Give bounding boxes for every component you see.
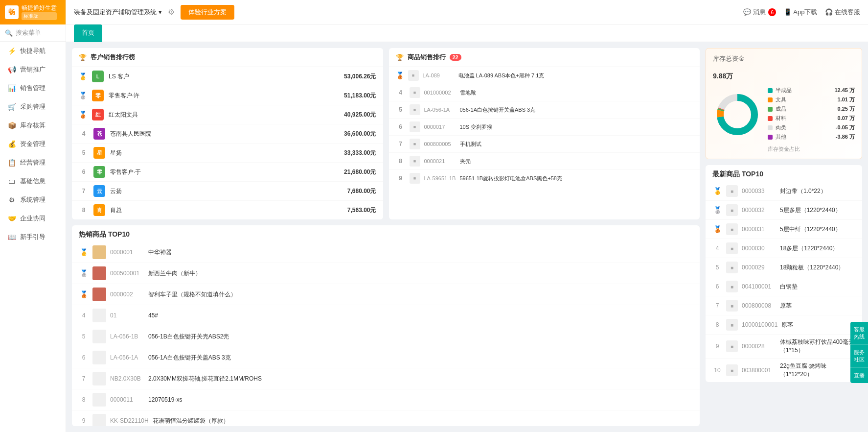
product-sales-title: 商品销售排行 [408,53,446,62]
sales-count-badge: 22 [450,54,461,61]
list-item: 5 ■ 0000029 18颗粒板（1220*2440） [706,258,862,277]
product-name: 5层中纤（1220*2440） [780,225,855,234]
rank-medal [712,206,722,214]
rank-number: 5 [79,333,89,340]
customer-value: 36,600.00元 [344,130,376,138]
rank-number: 5 [712,264,722,271]
sidebar-item-marketing[interactable]: 📢 营销推广 [0,60,66,79]
rank-medal [79,290,89,298]
finance-icon: 💰 [7,140,16,148]
customer-value: 33,333.00元 [344,149,376,157]
sidebar-item-quick[interactable]: ⚡ 快捷导航 [0,42,66,60]
sidebar-item-collab[interactable]: 🤝 企业协同 [0,209,66,228]
product-code: 0000011 [110,396,144,403]
product-thumbnail [92,309,106,322]
app-download[interactable]: 📱 App下载 [784,8,817,17]
search-icon: 🔍 [5,29,13,37]
legend-label: 材料 [776,115,827,122]
phone-icon: 📱 [784,8,792,16]
list-item: ■ 0000031 5层中纤（1220*2440） [706,220,862,239]
sidebar-item-system[interactable]: ⚙ 系统管理 [0,191,66,209]
nav-tabs: 首页 [66,24,868,42]
sidebar-item-sales[interactable]: 📊 销售管理 [0,79,66,97]
list-item: ■ 0000032 5层多层（1220*2440） [706,201,862,220]
float-buttons: 客服热线 服务社区 直播 [850,322,868,383]
product-code: 000500001 [110,270,144,277]
donut-chart [713,90,762,139]
product-img: ■ [410,104,420,115]
product-code: LA-056-1B [110,333,144,340]
settings-icon[interactable]: ⚙ [168,7,175,17]
table-row: 5 ■ LA-056-1A 056-1A白色按键开关盖ABS 3克 [389,101,700,119]
rank-number: 6 [79,168,89,175]
product-thumbnail [92,245,106,259]
product-sales-header: 🏆 商品销售排行 22 [389,48,700,67]
sidebar-item-inventory[interactable]: 📦 库存核算 [0,116,66,135]
newest-products-table: ■ 0000033 封边带（1.0*22） ■ 0000032 5层多层（122… [706,182,862,382]
float-btn-community[interactable]: 服务社区 [850,345,868,368]
message-icon: 💬 [743,8,751,16]
product-code: 0000021 [424,158,456,164]
message-label: 消息 [753,8,766,16]
trial-btn[interactable]: 体验行业方案 [181,5,234,20]
online-service[interactable]: 🎧 在线客服 [825,8,860,17]
rank-number: 8 [396,158,406,165]
sidebar-item-purchase[interactable]: 🛒 采购管理 [0,97,66,116]
app-label: App下载 [793,8,817,16]
main-wrap: 装备及固定资产辅助管理系统 ▾ ⚙ 体验行业方案 💬 消息 6 📱 App下载 … [66,0,868,432]
product-name: 体槭荔枝味苏打饮品400毫升（1*15） [780,338,855,355]
customer-rank-table: L LS 客户 53,006.26元 零 零售客户·许 51,183.00元 [72,67,383,219]
product-code: 0000002 [110,291,144,298]
product-img: ■ [726,364,738,376]
tab-home[interactable]: 首页 [74,24,102,42]
search-menu[interactable]: 🔍 搜索菜单 [0,24,66,42]
avatar: 零 [93,166,105,178]
sidebar-item-basic[interactable]: 🗃 基础信息 [0,172,66,191]
sidebar-item-operations[interactable]: 📋 经营管理 [0,153,66,172]
customer-value: 51,183.00元 [344,92,376,100]
product-img: ■ [726,300,738,312]
rank-number: 8 [79,396,89,403]
hot-products-table: 0000001 中华神器 000500001 新西兰牛肉（新牛） 0000002… [72,242,700,426]
brand-info: 畅捷通好生意 标准版 [22,4,57,20]
hot-products-title: 热销商品 TOP10 [72,225,700,242]
product-img: ■ [726,242,738,254]
product-name: 雪地靴 [460,89,693,96]
sidebar-item-finance[interactable]: 💰 资金管理 [0,135,66,153]
float-btn-service[interactable]: 客服热线 [850,322,868,345]
sidebar-item-label: 经营管理 [20,158,46,167]
sidebar-item-guide[interactable]: 📖 新手引导 [0,228,66,246]
customer-ranking-header: 🏆 客户销售排行榜 [72,48,383,67]
basic-icon: 🗃 [7,177,16,186]
product-name: 12070519-xs [148,396,693,403]
inventory-amount: 9.88万 [713,66,855,82]
content: 🏆 客户销售排行榜 L LS 客户 53,006.26元 [66,42,868,432]
list-item: 9 ■ 0000028 体槭荔枝味苏打饮品400毫升（1*15） [706,335,862,359]
product-code: 004100001 [742,283,776,290]
product-thumbnail [92,266,106,280]
customer-value: 7,680.00元 [347,187,376,195]
product-rank-table: ■ LA-089 电池盖 LA-089 ABS本色+黑种 7.1克 4 ■ 00… [389,67,700,187]
legend-color [768,125,773,130]
avatar: 云 [93,185,105,197]
rank-number: 4 [396,89,406,96]
legend-row: 文具 1.01 万 [768,96,855,103]
customer-value: 21,680.00元 [344,168,376,176]
customer-name: LS 客户 [109,72,339,81]
float-btn-live[interactable]: 直播 [850,368,868,383]
list-item: 9 KK-SD22110H 花语萌恒温分罐罐袋（厚款） [72,410,700,426]
system-title-dropdown[interactable]: 装备及固定资产辅助管理系统 ▾ [74,8,162,17]
product-code: NB2.0X30B [110,375,144,382]
product-code: 0000030 [742,245,776,252]
product-code: 10000100001 [742,321,777,328]
product-thumbnail [92,351,106,364]
message-area[interactable]: 💬 消息 6 [743,8,776,17]
product-img: ■ [726,223,738,235]
sidebar-item-label: 基础信息 [20,177,46,186]
rank-number: 6 [396,123,406,130]
sidebar-item-label: 系统管理 [20,195,46,204]
legend-value: -0.05 万 [830,124,855,131]
product-name: 封边带（1.0*22） [780,187,855,195]
legend-value: 1.01 万 [830,96,855,103]
product-code: 000800008 [742,302,776,309]
